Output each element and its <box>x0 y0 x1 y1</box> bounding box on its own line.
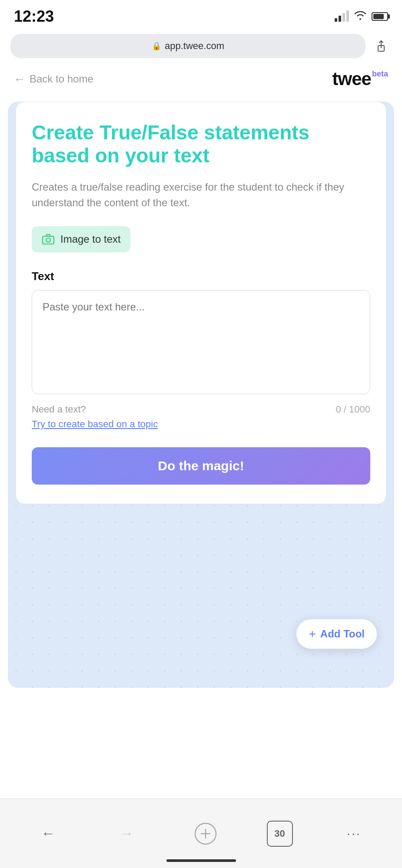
browser-back-arrow-icon: ← <box>41 825 55 842</box>
main-content-area: Create True/False statements based on yo… <box>8 102 394 688</box>
add-tool-label: Add Tool <box>320 628 365 640</box>
text-meta-row: Need a text? 0 / 1000 <box>32 404 370 415</box>
more-options-icon: ··· <box>347 827 361 841</box>
browser-bottom-nav: ← → 30 ··· <box>0 799 402 868</box>
address-bar-row: 🔒 app.twee.com <box>0 30 402 63</box>
need-text-label: Need a text? <box>32 404 86 415</box>
text-input[interactable] <box>32 290 370 394</box>
address-bar[interactable]: 🔒 app.twee.com <box>10 34 365 58</box>
back-to-home-link[interactable]: ← Back to home <box>14 73 93 86</box>
back-arrow-icon: ← <box>14 73 25 86</box>
status-time: 12:23 <box>14 7 54 26</box>
text-section-label: Text <box>32 270 370 283</box>
camera-icon <box>41 232 55 246</box>
plus-icon: + <box>309 627 316 641</box>
battery-icon <box>372 12 388 21</box>
page-heading: Create True/False statements based on yo… <box>32 121 370 167</box>
plus-circle-icon <box>194 822 217 845</box>
wifi-icon <box>354 10 366 23</box>
content-card: Create True/False statements based on yo… <box>16 102 386 504</box>
browser-forward-button[interactable]: → <box>110 816 144 851</box>
home-indicator <box>166 859 236 862</box>
back-label: Back to home <box>30 73 93 85</box>
beta-badge: beta <box>372 69 388 79</box>
image-to-text-button[interactable]: Image to text <box>32 226 130 252</box>
add-tool-button[interactable]: + Add Tool <box>296 619 377 649</box>
browser-forward-arrow-icon: → <box>120 825 134 842</box>
svg-point-2 <box>46 238 50 242</box>
browser-new-tab-button[interactable] <box>188 816 223 851</box>
page-description: Creates a true/false reading exercise fo… <box>32 179 370 211</box>
char-count: 0 / 1000 <box>336 404 370 415</box>
browser-back-button[interactable]: ← <box>31 816 66 851</box>
svg-rect-1 <box>43 236 54 244</box>
create-based-on-topic-link[interactable]: Try to create based on a topic <box>32 419 370 430</box>
address-text: app.twee.com <box>165 40 224 52</box>
logo-area: twee beta <box>332 69 388 89</box>
browser-tabs-button[interactable]: 30 <box>267 821 293 847</box>
image-to-text-label: Image to text <box>60 233 121 245</box>
nav-bar: ← Back to home twee beta <box>0 63 402 95</box>
status-bar: 12:23 <box>0 0 402 30</box>
browser-menu-button[interactable]: ··· <box>337 816 372 851</box>
status-icons <box>335 10 388 23</box>
signal-bars-icon <box>335 11 349 22</box>
tab-count: 30 <box>274 828 285 839</box>
logo-text: twee <box>332 69 371 89</box>
share-button[interactable] <box>371 36 392 56</box>
lock-icon: 🔒 <box>152 41 161 51</box>
do-the-magic-button[interactable]: Do the magic! <box>32 447 370 485</box>
